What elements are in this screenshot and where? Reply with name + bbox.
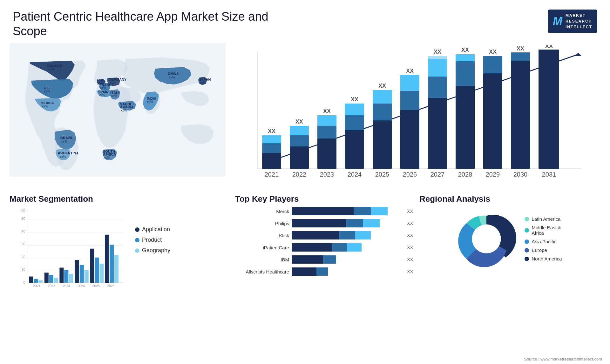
- na-label: North America: [532, 256, 562, 261]
- svg-rect-57: [400, 110, 419, 169]
- svg-rect-68: [456, 54, 475, 61]
- svg-text:2025: 2025: [92, 284, 100, 288]
- svg-text:2022: 2022: [292, 171, 307, 178]
- svg-text:xx%: xx%: [121, 109, 127, 112]
- svg-rect-115: [75, 260, 79, 283]
- svg-rect-117: [85, 270, 89, 283]
- svg-text:XX: XX: [378, 83, 386, 89]
- svg-text:xx%: xx%: [169, 76, 175, 79]
- svg-text:2026: 2026: [107, 284, 114, 288]
- svg-rect-53: [373, 120, 392, 169]
- svg-text:30: 30: [22, 242, 25, 246]
- player-value: XX: [407, 269, 413, 274]
- svg-text:XX: XX: [489, 49, 497, 55]
- svg-text:60: 60: [22, 208, 25, 212]
- svg-text:40: 40: [22, 229, 25, 233]
- svg-text:xx%: xx%: [61, 140, 67, 143]
- segmentation-legend: Application Product Geography: [135, 207, 170, 254]
- svg-rect-103: [29, 277, 33, 283]
- svg-text:CANADA: CANADA: [47, 64, 62, 68]
- svg-text:2021: 2021: [265, 171, 279, 178]
- svg-rect-55: [373, 90, 392, 104]
- player-name: Klick: [235, 233, 289, 238]
- svg-rect-51: [345, 104, 364, 115]
- svg-rect-43: [290, 126, 309, 135]
- player-name: iPatientCare: [235, 245, 289, 250]
- svg-rect-109: [54, 278, 58, 283]
- svg-rect-47: [317, 115, 336, 126]
- svg-text:xx%: xx%: [110, 81, 116, 84]
- legend-product: Product: [135, 237, 170, 243]
- svg-text:BRAZIL: BRAZIL: [60, 136, 73, 140]
- svg-text:2026: 2026: [403, 171, 417, 178]
- svg-rect-45: [317, 138, 336, 169]
- svg-text:xx%: xx%: [200, 81, 206, 84]
- svg-text:XX: XX: [434, 49, 441, 55]
- segmentation-chart-svg: 0 10 20 30 40 50 60 2021: [10, 207, 130, 296]
- svg-rect-116: [80, 265, 84, 283]
- svg-rect-67: [456, 61, 475, 86]
- svg-rect-59: [400, 75, 419, 91]
- segmentation-title: Market Segmentation: [10, 194, 222, 204]
- players-section: Top Key Players MerckXXPhilipsXXKlickXXi…: [232, 194, 416, 299]
- svg-text:10: 10: [22, 268, 25, 272]
- svg-rect-66: [456, 86, 475, 169]
- na-dot: [525, 257, 529, 261]
- svg-rect-70: [483, 73, 502, 169]
- player-row: IBMXX: [235, 255, 413, 264]
- svg-text:xx%: xx%: [104, 156, 110, 159]
- svg-text:XX: XX: [295, 118, 303, 125]
- legend-application-dot: [135, 227, 139, 232]
- mea-dot: [525, 228, 529, 233]
- svg-rect-125: [114, 255, 119, 283]
- svg-text:xx%: xx%: [111, 94, 117, 98]
- svg-text:2025: 2025: [375, 171, 390, 178]
- svg-text:2030: 2030: [513, 171, 528, 178]
- svg-rect-108: [49, 275, 53, 283]
- svg-text:ARGENTINA: ARGENTINA: [58, 151, 78, 155]
- svg-rect-54: [373, 104, 392, 120]
- header: Patient Centric Healthcare App Market Si…: [0, 0, 610, 42]
- svg-rect-63: [428, 59, 447, 77]
- ap-dot: [525, 239, 529, 244]
- svg-rect-113: [69, 274, 73, 283]
- svg-text:xx%: xx%: [60, 155, 66, 158]
- player-name: Philips: [235, 221, 289, 226]
- player-row: MerckXX: [235, 207, 413, 215]
- svg-rect-62: [428, 77, 447, 98]
- svg-text:XX: XX: [323, 108, 331, 114]
- svg-rect-41: [290, 146, 309, 169]
- legend-product-label: Product: [142, 237, 162, 243]
- segmentation-section: Market Segmentation 0 10 20 30 40 50 60: [6, 194, 229, 299]
- svg-text:XX: XX: [268, 128, 275, 134]
- svg-rect-111: [59, 268, 64, 283]
- legend-geography-dot: [135, 248, 139, 253]
- player-name: Allscripts Healthcare: [235, 269, 289, 274]
- eu-dot: [525, 248, 529, 253]
- svg-point-127: [472, 225, 501, 253]
- svg-rect-104: [34, 279, 38, 283]
- player-value: XX: [407, 209, 413, 214]
- svg-text:xx%: xx%: [99, 93, 105, 97]
- svg-rect-73: [511, 61, 530, 169]
- player-name: IBM: [235, 257, 289, 262]
- legend-product-dot: [135, 238, 139, 242]
- regional-section: Regional Analysis: [416, 194, 600, 299]
- reg-legend-asia-pacific: Asia Pacific: [525, 239, 562, 244]
- svg-text:2022: 2022: [48, 284, 55, 288]
- player-value: XX: [407, 245, 413, 250]
- svg-line-35: [267, 54, 578, 162]
- svg-rect-71: [483, 56, 502, 73]
- svg-rect-120: [95, 258, 99, 283]
- svg-text:xx%: xx%: [100, 86, 106, 90]
- svg-text:2027: 2027: [430, 171, 445, 178]
- svg-rect-107: [44, 273, 49, 283]
- reg-legend-europe: Europe: [525, 247, 562, 253]
- player-row: iPatientCareXX: [235, 243, 413, 252]
- world-map-svg: CANADA xx% U.S. xx% MEXICO xx% BRAZIL xx…: [10, 43, 226, 177]
- svg-rect-74: [511, 52, 530, 61]
- svg-rect-119: [90, 249, 94, 283]
- legend-application: Application: [135, 226, 170, 233]
- svg-marker-36: [575, 53, 581, 56]
- players-list: MerckXXPhilipsXXKlickXXiPatientCareXXIBM…: [235, 207, 413, 276]
